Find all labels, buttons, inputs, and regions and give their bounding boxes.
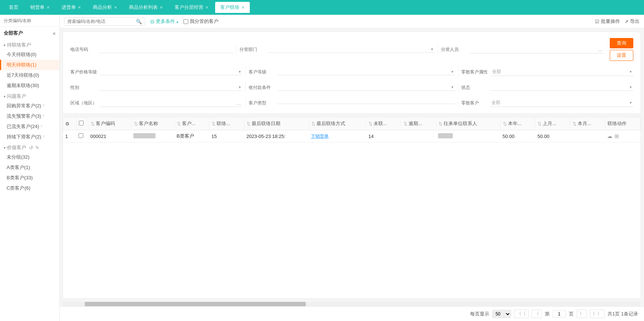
search-box: 🔍 xyxy=(64,17,145,26)
sidebar-item-7days-pending[interactable]: 近7天待联络(0) xyxy=(0,70,59,80)
manager-select[interactable]: ... xyxy=(470,46,604,54)
nav-sales-order[interactable]: 销货单 ✕ xyxy=(25,2,55,13)
row-no: 1 xyxy=(63,130,76,142)
status-select[interactable]: ▾ xyxy=(490,84,633,91)
payment-chevron-icon: ▾ xyxy=(451,85,454,90)
value-refresh-icon[interactable]: ↺ xyxy=(29,145,33,151)
customer-type-label: 客户类型 xyxy=(249,100,274,106)
nav-sales-close[interactable]: ✕ xyxy=(46,5,50,10)
row-unit-contact-masked xyxy=(438,133,453,138)
filter-row-2: 客户价格等级 ▾ 客户等级 ▾ 零散客户属性 xyxy=(67,64,636,80)
filter-cell-dept: 分管部门 ▾ xyxy=(237,44,438,55)
filter-cell-status: 状态 ▾ xyxy=(458,82,636,93)
nav-product-list-close[interactable]: ✕ xyxy=(160,5,163,10)
payment-select[interactable]: ▾ xyxy=(277,84,455,91)
batch-op-btn[interactable]: ☑ 批量操作 xyxy=(595,18,620,25)
more-filter-btn[interactable]: ⊟ 更多条件 ▴ xyxy=(148,17,181,26)
pagination-bar: 每页显示 50 20 100 〈〈 〈 第 页 〉 〉〉 共1页 1条记录 xyxy=(60,306,644,321)
prev-page-btn[interactable]: 〈 xyxy=(532,310,542,318)
row-action-contact-icon[interactable]: ☁ xyxy=(607,133,612,139)
nav-customer-contact[interactable]: 客户联络 ✕ xyxy=(215,2,250,13)
sidebar-item-churned[interactable]: 已流失客户(24) ? xyxy=(0,121,59,132)
row-actions: ☁ ⊞ xyxy=(605,130,640,142)
row-checkbox[interactable] xyxy=(78,133,83,138)
nav-product-analysis-label: 商品分析 xyxy=(93,4,112,11)
customer-type-select[interactable] xyxy=(277,102,455,104)
nav-product-analysis[interactable]: 商品分析 ✕ xyxy=(88,2,122,13)
row-last-date: 2023-05-23 18:25: xyxy=(244,130,309,142)
page-number-input[interactable] xyxy=(553,310,566,318)
first-page-btn[interactable]: 〈〈 xyxy=(514,310,529,318)
set-btn[interactable]: 设置 xyxy=(610,50,633,61)
row-code: 000021 xyxy=(88,130,131,142)
filter-cell-price-level: 客户价格等级 ▾ xyxy=(67,66,245,78)
nav-home[interactable]: 首页 xyxy=(4,2,24,13)
dept-select[interactable]: ▾ xyxy=(268,46,435,53)
phone-input[interactable] xyxy=(99,46,233,53)
b-class-label: B类客户(33) xyxy=(7,175,33,181)
sidebar-item-tomorrow-pending[interactable]: 明天待联络(1) xyxy=(0,60,59,70)
nav-product-analysis-close[interactable]: ✕ xyxy=(114,5,117,10)
nav-product-analysis-list[interactable]: 商品分析列表 ✕ xyxy=(124,2,168,13)
last-page-btn[interactable]: 〉〉 xyxy=(590,310,605,318)
ungrouped-label: 未分组(32) xyxy=(7,154,29,160)
row-action-more-icon[interactable]: ⊞ xyxy=(615,133,619,139)
retail-attr-select[interactable]: 全部 ▾ xyxy=(491,68,633,76)
filter-cell-payment: 收付款条件 ▾ xyxy=(246,82,458,93)
row-last-method: 下销货单 xyxy=(309,130,366,142)
nav-purchase-order[interactable]: 进货单 ✕ xyxy=(56,2,86,13)
all-customers-header: 全部客户 « xyxy=(0,27,59,39)
per-page-select[interactable]: 50 20 100 xyxy=(492,310,511,318)
row-name xyxy=(131,130,174,142)
col-overdue-label: 逾期... xyxy=(409,120,422,127)
region-select[interactable]: ... xyxy=(100,99,242,107)
sidebar-item-b-class[interactable]: B类客户(33) xyxy=(0,173,59,183)
all-customers-label: 全部客户 xyxy=(4,30,23,37)
customer-level-select[interactable]: ▾ xyxy=(277,69,455,75)
churn-warning-help-icon: ? xyxy=(42,114,45,118)
nav-customer-contact-close[interactable]: ✕ xyxy=(241,5,245,10)
horizontal-scrollbar[interactable] xyxy=(63,302,641,306)
sidebar-item-ungrouped[interactable]: 未分组(32) xyxy=(0,152,59,162)
my-customers-checkbox-label[interactable]: 我分管的客户 xyxy=(183,18,218,25)
sidebar-item-repurchase-abnormal[interactable]: 回购异常客户(2) ? xyxy=(0,101,59,111)
nav-customer-tier[interactable]: 客户分层经营 ✕ xyxy=(169,2,214,13)
sidebar-item-c-class[interactable]: C类客户(6) xyxy=(0,183,59,193)
export-btn[interactable]: ↗ 导出 xyxy=(624,18,640,25)
filter-icon: ⊟ xyxy=(150,19,154,24)
settings-icon[interactable]: ⚙ xyxy=(65,121,70,127)
gender-select[interactable]: ▾ xyxy=(99,84,242,91)
sidebar-item-churn-warning[interactable]: 流失预警客户(3) ? xyxy=(0,111,59,121)
nav-purchase-close[interactable]: ✕ xyxy=(78,5,81,10)
manager-dots-icon[interactable]: ... xyxy=(598,46,602,52)
price-level-select[interactable]: ▾ xyxy=(100,69,242,75)
select-all-checkbox[interactable] xyxy=(79,121,84,125)
nav-customer-tier-close[interactable]: ✕ xyxy=(205,5,209,10)
my-customers-checkbox[interactable] xyxy=(183,19,188,24)
next-page-btn[interactable]: 〉 xyxy=(577,310,587,318)
sidebar-item-overdue-pending[interactable]: 逾期未联络(30) xyxy=(0,80,59,91)
page-unit-label: 页 xyxy=(569,311,574,317)
value-section-title: ▾ 价值客户 ↺ ✎ xyxy=(0,142,59,152)
main-search-icon[interactable]: 🔍 xyxy=(136,19,142,24)
value-edit-icon[interactable]: ✎ xyxy=(35,145,39,151)
main-search-input[interactable] xyxy=(67,19,134,24)
sidebar-item-declining[interactable]: 持续下滑客户(2) ? xyxy=(0,132,59,142)
table-header-row: ⚙ ⇅ 客户编码 ⇅ xyxy=(63,117,641,130)
row-last-month: 50.00 xyxy=(535,130,570,142)
sidebar-collapse-btn[interactable]: « xyxy=(53,30,56,36)
dept-chevron-icon: ▾ xyxy=(431,47,433,52)
row-last-method-link[interactable]: 下销货单 xyxy=(311,134,329,139)
query-btn[interactable]: 查询 xyxy=(610,38,633,48)
sidebar-item-today-pending[interactable]: 今天待联络(0) xyxy=(0,49,59,60)
retail-customer-select[interactable]: 全部 ▾ xyxy=(490,99,633,107)
col-unit-contact: ⇅ 往来单位联系人 xyxy=(436,117,500,130)
sidebar-search-input[interactable] xyxy=(4,18,59,23)
row-no-contact-days: 14 xyxy=(366,130,401,142)
sidebar-item-a-class[interactable]: A类客户(1) xyxy=(0,162,59,173)
region-dots-icon[interactable]: ... xyxy=(237,100,241,106)
col-this-year: ⇅ 本年... xyxy=(500,117,535,130)
a-class-label: A类客户(1) xyxy=(7,164,30,171)
pending-arrow-icon: ▾ xyxy=(4,43,6,47)
col-this-month: ⇅ 本月... xyxy=(570,117,605,130)
